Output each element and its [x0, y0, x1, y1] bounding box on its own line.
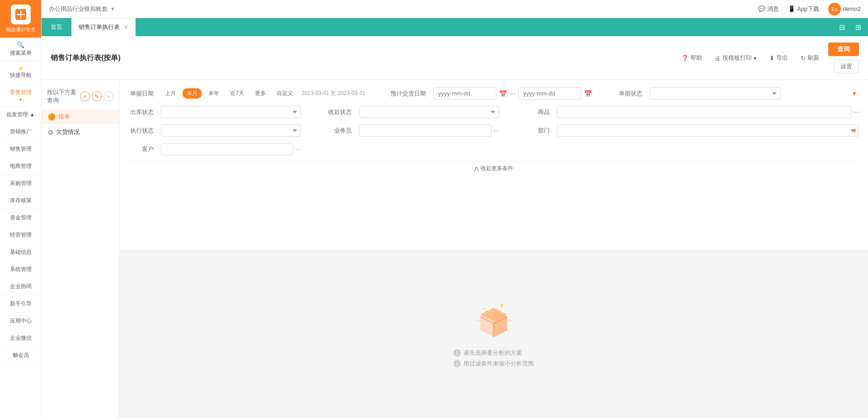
customer-more-btn[interactable]: ···	[295, 145, 301, 153]
tab-close-icon[interactable]: ×	[124, 24, 128, 31]
tab-home-label: 首页	[51, 23, 62, 31]
tab-maximize-btn[interactable]: ⊞	[852, 21, 864, 33]
refresh-label: 刷新	[807, 54, 819, 62]
message-label: 消息	[767, 5, 779, 13]
help-btn[interactable]: ❓ 帮助	[678, 52, 706, 64]
breadcrumb-chevron[interactable]: ▾	[111, 5, 114, 12]
page-title: 销售订单执行表(按单)	[51, 53, 121, 69]
dept-chevron[interactable]: ▾	[853, 126, 856, 135]
exec-status-select[interactable]	[161, 124, 301, 137]
topbar: 办公用品行业模拟账套 ▾ 💬 消息 📱 App下载 Ea demo2	[42, 0, 868, 18]
scheme-item-icon-2: ⊙	[48, 128, 53, 136]
goods-label: 商品	[524, 108, 550, 116]
main-area: 办公用品行业模拟账套 ▾ 💬 消息 📱 App下载 Ea demo2 首页	[42, 0, 868, 418]
empty-state-list: 请先选择要分析的方案 用过滤条件来缩小分析范围	[453, 349, 534, 370]
status-select[interactable]	[650, 87, 781, 100]
nav-purchase[interactable]: 采购管理	[0, 175, 41, 192]
nav-member[interactable]: 畅会员	[0, 347, 41, 364]
nav-wholesale[interactable]: 批发管理 ▲	[0, 106, 41, 124]
nav-retail[interactable]: 零售管理 ▲	[0, 84, 41, 106]
avatar-text: Ea	[832, 6, 838, 12]
tab-minimize-btn[interactable]: ⊟	[835, 21, 848, 33]
status-chevron[interactable]: ▾	[853, 89, 856, 98]
calendar-icon-2: 📅	[584, 90, 592, 97]
message-btn[interactable]: 💬 消息	[758, 5, 779, 13]
print-btn[interactable]: 🖨 按模板打印 ▾	[711, 52, 760, 64]
export-btn[interactable]: ⬇ 导出	[766, 52, 792, 64]
nav-system[interactable]: 系统管理	[0, 261, 41, 278]
calendar-icon-1: 📅	[499, 90, 507, 97]
nav-ecommerce[interactable]: 电商管理	[0, 158, 41, 175]
collapse-filters-btn[interactable]: ⋀ 收起更多条件	[128, 162, 859, 175]
nav-marketing[interactable]: 营销推广	[0, 124, 41, 141]
date-btn-last-month[interactable]: 上月	[161, 88, 180, 99]
filter-row-2: 出库状态 收款状态 商品 ···	[128, 106, 859, 118]
exec-status-label: 执行状态	[128, 127, 154, 135]
help-label: 帮助	[690, 54, 702, 62]
nav-finance[interactable]: 资金管理	[0, 209, 41, 227]
collapse-panel-btn[interactable]: «	[104, 91, 113, 101]
goods-input[interactable]	[557, 106, 851, 118]
page-header-actions: ❓ 帮助 🖨 按模板打印 ▾ ⬇ 导出 ↻ 刷新 查询 设置	[678, 43, 859, 80]
tab-home[interactable]: 首页	[42, 18, 71, 36]
nav-enterprise[interactable]: 企业协同	[0, 278, 41, 295]
out-status-select[interactable]	[161, 106, 301, 118]
app-icon: 📱	[788, 5, 795, 12]
collapse-icon: ⋀	[474, 166, 479, 172]
dept-select[interactable]	[557, 124, 859, 137]
print-icon: 🖨	[715, 55, 721, 62]
date-btn-this-year[interactable]: 本年	[204, 88, 223, 99]
settings-button[interactable]: 设置	[834, 60, 859, 73]
salesman-input[interactable]	[359, 124, 491, 137]
scheme-item-label: 按单	[58, 113, 70, 121]
add-scheme-btn[interactable]: +	[80, 91, 90, 101]
date-range-text: 2023-03-01 至 2023-03-31	[302, 90, 365, 97]
nav-newbie[interactable]: 新手引导	[0, 295, 41, 313]
date-options-group: 上月 本月 本年 近7天 更多 自定义 2023-03-01 至 2023-03…	[161, 88, 365, 99]
print-chevron: ▾	[754, 55, 757, 62]
salesman-more-btn[interactable]: ···	[493, 127, 499, 135]
nav-quick-guide[interactable]: ⚡ 快捷导航	[0, 61, 41, 84]
user-name: demo2	[843, 5, 861, 12]
collection-status-select[interactable]	[359, 106, 499, 118]
customer-input[interactable]	[161, 143, 293, 155]
scheme-item-order[interactable]: 🟠 按单	[42, 109, 119, 124]
topbar-right: 💬 消息 📱 App下载 Ea demo2	[758, 3, 861, 15]
nav-wechat[interactable]: 企业微信	[0, 330, 41, 347]
empty-hint-2: 用过滤条件来缩小分析范围	[453, 360, 534, 368]
date-btn-this-month[interactable]: 本月	[183, 88, 202, 99]
nav-operations[interactable]: 经营管理	[0, 227, 41, 244]
svg-point-2	[484, 308, 486, 310]
goods-more-btn[interactable]: ···	[853, 108, 859, 116]
refresh-icon: ↻	[801, 55, 806, 62]
dept-label: 部门	[524, 127, 550, 135]
refresh-btn[interactable]: ↻ 刷新	[797, 52, 823, 64]
nav-sales[interactable]: 销售管理	[0, 141, 41, 158]
app-download-btn[interactable]: 📱 App下载	[788, 5, 819, 13]
scheme-item-shortage[interactable]: ⊙ 欠货情况	[42, 124, 119, 140]
date-btn-custom[interactable]: 自定义	[273, 88, 297, 99]
message-icon: 💬	[758, 5, 765, 12]
out-status-label: 出库状态	[128, 108, 154, 116]
tab-active[interactable]: 销售订单执行表 ×	[71, 18, 136, 36]
date-btn-7days[interactable]: 近7天	[226, 88, 248, 99]
expected-date-input-group: 📅 — 📅	[433, 87, 592, 100]
print-label: 按模板打印	[722, 54, 752, 62]
nav-app-center[interactable]: 应用中心	[0, 313, 41, 330]
filter-area: 单据日期 上月 本月 本年 近7天 更多 自定义 2023-03-01 至 20…	[119, 80, 868, 249]
filter-row-3: 执行状态 业务员 ··· 部门 ▾	[128, 124, 859, 137]
expected-date-end[interactable]	[518, 87, 581, 100]
user-info[interactable]: Ea demo2	[828, 3, 861, 15]
svg-point-1	[500, 304, 503, 307]
edit-scheme-btn[interactable]: ✎	[92, 91, 102, 101]
nav-inventory[interactable]: 库存核算	[0, 192, 41, 209]
query-button[interactable]: 查询	[828, 43, 859, 56]
tab-active-label: 销售订单执行表	[79, 23, 120, 31]
date-btn-more[interactable]: 更多	[251, 88, 270, 99]
sidebar-search[interactable]: 🔍 按以下方案查询 搜索菜单	[0, 38, 41, 61]
nav-base-info[interactable]: 基础信息	[0, 244, 41, 261]
dash: —	[509, 90, 515, 97]
expected-date-start[interactable]	[433, 87, 496, 100]
left-panel-header: 按以下方案查询 + ✎ «	[42, 86, 119, 107]
breadcrumb-text: 办公用品行业模拟账套	[49, 5, 108, 13]
